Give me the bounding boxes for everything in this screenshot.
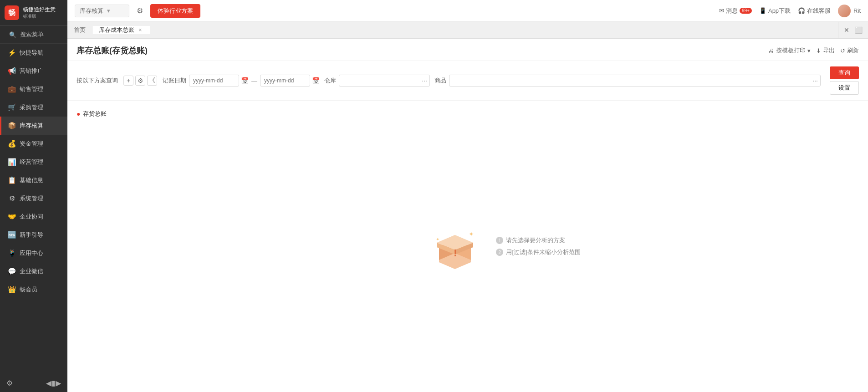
- step-num-1: 1: [496, 237, 503, 244]
- page-header: 库存总账(存货总账) 🖨 按模板打印 ▾ ⬇ 导出 ↺ 刷新: [67, 39, 868, 61]
- avatar: [838, 5, 851, 17]
- system-icon: ⚙: [8, 194, 16, 203]
- filter-content-area: ● 存货总账: [67, 101, 868, 392]
- export-btn[interactable]: ⬇ 导出: [816, 46, 835, 55]
- print-btn[interactable]: 🖨 按模板打印 ▾: [768, 46, 811, 55]
- filter-collapse-btn[interactable]: 《: [147, 76, 157, 86]
- marketing-icon: 📢: [8, 67, 16, 75]
- sidebar-fold-btn[interactable]: ◀▮▶: [46, 379, 61, 387]
- message-btn[interactable]: ✉ 消息 99+: [719, 7, 752, 15]
- filter-bar: 按以下方案查询 + ⚙ 《 记账日期 📅: [67, 61, 868, 101]
- query-button[interactable]: 查询: [830, 66, 859, 79]
- step-num-2: 2: [496, 249, 503, 256]
- sidebar-item-purchase[interactable]: 🛒 采购管理: [0, 98, 67, 117]
- purchase-icon: 🛒: [8, 103, 16, 112]
- settings-button[interactable]: 设置: [830, 81, 859, 95]
- gear-small-icon: ⚙: [138, 77, 143, 84]
- sidebar-item-sales[interactable]: 💼 销售管理: [0, 80, 67, 98]
- date-label: 记账日期: [163, 76, 186, 85]
- product-more-icon[interactable]: ···: [812, 77, 818, 84]
- headset-icon: 🎧: [798, 7, 805, 14]
- empty-hint-2: 2 用[过滤]条件来缩小分析范围: [496, 248, 580, 256]
- user-area[interactable]: Rit: [838, 5, 861, 17]
- appcenter-icon: 📱: [8, 249, 16, 257]
- scheme-sidebar: ● 存货总账: [67, 101, 140, 392]
- wechat-icon: 💬: [8, 267, 16, 275]
- search-icon: 🔍: [9, 31, 16, 38]
- empty-state: ! ✦ ✦ 1 请先选择要分析的方案 2 用[过滤]条件来缩小分析范围: [140, 101, 868, 392]
- quick-nav-icon: ⚡: [8, 49, 16, 57]
- topbar-left: 库存核算 ▾ ⚙ 体验行业方案: [75, 4, 719, 18]
- calendar-start-icon[interactable]: 📅: [241, 77, 249, 84]
- industry-btn[interactable]: 体验行业方案: [150, 4, 200, 18]
- warehouse-label: 仓库: [324, 76, 336, 85]
- page-title: 库存总账(存货总账): [77, 45, 148, 56]
- topbar-gear-btn[interactable]: ⚙: [133, 4, 147, 18]
- sidebar: 畅 畅捷通好生意 标准版 🔍 搜索菜单 ⚡ 快捷导航 📢 营销推广 💼 销售管理…: [0, 0, 67, 392]
- sidebar-item-marketing[interactable]: 📢 营销推广: [0, 62, 67, 80]
- sidebar-item-inventory[interactable]: 📦 库存核算: [0, 117, 67, 135]
- sidebar-footer: ⚙ ◀▮▶: [0, 374, 67, 392]
- filter-settings-btn[interactable]: ⚙: [135, 76, 145, 86]
- filter-add-btn[interactable]: +: [123, 76, 133, 86]
- svg-text:✦: ✦: [436, 237, 439, 242]
- app-download-btn[interactable]: 📱 App下载: [759, 7, 791, 15]
- scheme-ledger-icon: ●: [77, 110, 80, 117]
- sidebar-item-cooperation[interactable]: 🤝 企业协同: [0, 208, 67, 226]
- date-end-input[interactable]: [260, 75, 310, 87]
- tab-close-panel-btn[interactable]: ✕: [842, 25, 851, 35]
- print-dropdown-icon: ▾: [807, 47, 811, 54]
- warehouse-input-wrap: ···: [339, 75, 430, 87]
- tab-list: 首页 库存成本总账 ×: [67, 26, 838, 34]
- topbar-right: ✉ 消息 99+ 📱 App下载 🎧 在线客服 Rit: [719, 5, 861, 17]
- date-start-input[interactable]: [189, 75, 239, 87]
- warehouse-input[interactable]: [339, 75, 430, 87]
- sidebar-item-finance[interactable]: 💰 资金管理: [0, 135, 67, 153]
- sidebar-nav: ⚡ 快捷导航 📢 营销推广 💼 销售管理 🛒 采购管理 📦 库存核算 💰 资金管…: [0, 44, 67, 374]
- scheme-ledger-item[interactable]: ● 存货总账: [72, 106, 135, 122]
- refresh-btn[interactable]: ↺ 刷新: [840, 46, 859, 55]
- empty-hint-1: 1 请先选择要分析的方案: [496, 236, 580, 244]
- user-name: Rit: [853, 7, 861, 14]
- date-input-start-wrap: 📅: [189, 75, 249, 87]
- sidebar-item-basic[interactable]: 📋 基础信息: [0, 171, 67, 189]
- sidebar-item-member[interactable]: 👑 畅会员: [0, 280, 67, 299]
- sidebar-settings-btn[interactable]: ⚙: [6, 379, 13, 387]
- sidebar-item-system[interactable]: ⚙ 系统管理: [0, 189, 67, 208]
- sidebar-item-appcenter[interactable]: 📱 应用中心: [0, 244, 67, 262]
- topbar-breadcrumb[interactable]: 库存核算 ▾: [75, 5, 129, 17]
- export-icon: ⬇: [816, 47, 821, 54]
- product-label: 商品: [434, 76, 446, 85]
- online-support-btn[interactable]: 🎧 在线客服: [798, 7, 831, 15]
- finance-icon: 💰: [8, 140, 16, 148]
- tab-expand-btn[interactable]: ⬜: [853, 25, 864, 35]
- sidebar-item-operations[interactable]: 📊 经营管理: [0, 153, 67, 171]
- warehouse-more-icon[interactable]: ···: [422, 77, 427, 84]
- tab-home[interactable]: 首页: [67, 26, 92, 34]
- basic-icon: 📋: [8, 176, 16, 184]
- product-input[interactable]: [449, 75, 821, 87]
- empty-box-svg: ! ✦ ✦: [428, 219, 482, 274]
- cooperation-icon: 🤝: [8, 213, 16, 221]
- product-filter-group: 商品 ···: [434, 75, 821, 87]
- sidebar-item-quick-nav[interactable]: ⚡ 快捷导航: [0, 44, 67, 62]
- main-area: 库存核算 ▾ ⚙ 体验行业方案 ✉ 消息 99+ 📱 App下载 🎧 在线客服: [67, 0, 868, 392]
- tab-area: 首页 库存成本总账 × ✕ ⬜: [67, 22, 868, 39]
- tab-inventory-ledger[interactable]: 库存成本总账 ×: [92, 26, 150, 34]
- filter-label: 按以下方案查询: [77, 76, 118, 85]
- page-content: 库存总账(存货总账) 🖨 按模板打印 ▾ ⬇ 导出 ↺ 刷新 按以下方案查询: [67, 39, 868, 392]
- sidebar-item-wechat[interactable]: 💬 企业微信: [0, 262, 67, 280]
- calendar-end-icon[interactable]: 📅: [312, 77, 320, 84]
- tab-close-btn[interactable]: ×: [137, 27, 143, 33]
- message-icon: ✉: [719, 7, 724, 14]
- tab-right-controls: ✕ ⬜: [838, 22, 868, 38]
- sales-icon: 💼: [8, 85, 16, 93]
- chevron-down-icon: ▾: [107, 7, 110, 14]
- product-input-wrap: ···: [449, 75, 821, 87]
- logo-icon: 畅: [5, 5, 19, 20]
- date-input-end-wrap: 📅: [260, 75, 320, 87]
- empty-illustration: ! ✦ ✦: [428, 219, 482, 274]
- sidebar-item-newguide[interactable]: 🆕 新手引导: [0, 226, 67, 244]
- sidebar-search[interactable]: 🔍 搜索菜单: [0, 26, 67, 44]
- operations-icon: 📊: [8, 158, 16, 166]
